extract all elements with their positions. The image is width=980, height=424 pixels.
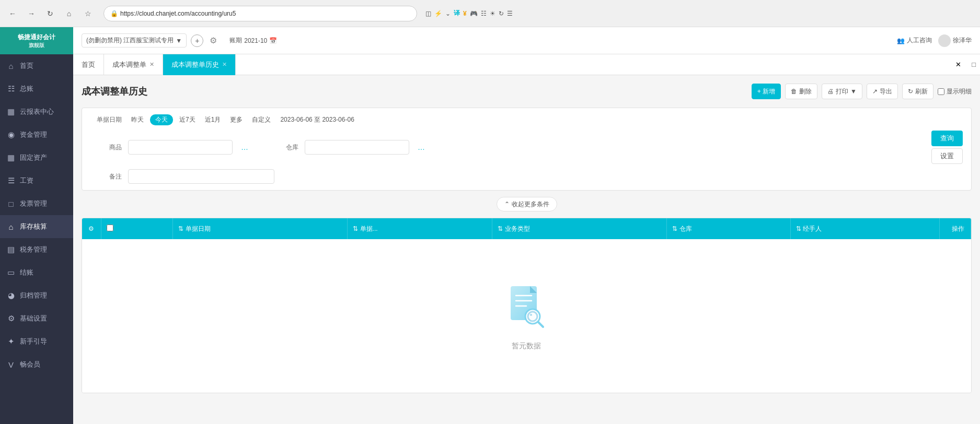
show-detail-checkbox-label[interactable]: 显示明细	[938, 87, 972, 96]
date-opt-7days[interactable]: 近7天	[176, 114, 199, 125]
bookmark-button[interactable]: ☆	[80, 6, 95, 21]
date-opt-more[interactable]: 更多	[227, 114, 246, 125]
warehouse-filter-label: 仓库	[267, 143, 298, 152]
tab-cost-adjust-history-close[interactable]: ✕	[222, 61, 227, 68]
sidebar-label-archive: 归档管理	[20, 291, 47, 300]
sidebar-item-funds[interactable]: ◉ 资金管理	[0, 123, 73, 146]
col-settings[interactable]: ⚙	[82, 218, 101, 239]
consult-icon: 👥	[897, 37, 905, 44]
sidebar-item-settings[interactable]: ⚙ 基础设置	[0, 307, 73, 330]
new-button[interactable]: + 新增	[752, 84, 781, 99]
address-bar[interactable]: 🔒 https://cloud.chanjet.com/accounting/u…	[103, 6, 417, 21]
browser-extensions: ◫ ⚡ ⌄ 译 ¥ 🎮 ☷ ☀ ↻ ☰	[425, 9, 513, 18]
remark-filter-input[interactable]	[128, 169, 274, 184]
query-button[interactable]: 查询	[931, 131, 963, 146]
consult-label: 人工咨询	[907, 36, 932, 45]
tab-cost-adjust[interactable]: 成本调整单 ✕	[104, 54, 163, 75]
sidebar-item-guide[interactable]: ✦ 新手引导	[0, 330, 73, 353]
sidebar-item-invoice[interactable]: □ 发票管理	[0, 192, 73, 215]
table-header-row: ⚙ ⇅ 单据日期 ⇅ 单据... ⇅	[82, 218, 971, 239]
delete-button[interactable]: 🗑 删除	[785, 84, 817, 99]
empty-row: 暂元数据	[82, 239, 971, 393]
filter-row-date: 单据日期 昨天 今天 近7天 近1月 更多 自定义 2023-06-06 至 2…	[90, 114, 963, 125]
col-number[interactable]: ⇅ 单据...	[348, 218, 492, 239]
export-icon: ↗	[872, 88, 878, 95]
col-biz-type[interactable]: ⇅ 业务类型	[492, 218, 667, 239]
date-opt-1month[interactable]: 近1月	[202, 114, 224, 125]
sidebar-item-home[interactable]: ⌂ 首页	[0, 54, 73, 77]
home-button[interactable]: ⌂	[62, 6, 76, 21]
tab-expand-icon[interactable]: □	[967, 61, 980, 68]
add-company-button[interactable]: +	[191, 34, 203, 47]
tab-home[interactable]: 首页	[73, 54, 104, 75]
goods-filter-input[interactable]	[128, 140, 233, 155]
settings-gear-icon[interactable]: ⚙	[210, 36, 217, 45]
col-checkbox[interactable]	[101, 218, 173, 239]
sidebar-label-ledger: 总账	[20, 84, 33, 93]
sidebar-item-ledger[interactable]: ☷ 总账	[0, 77, 73, 100]
user-profile-button[interactable]: 徐泽华	[938, 34, 972, 47]
date-opt-yesterday[interactable]: 昨天	[128, 114, 147, 125]
forward-button[interactable]: →	[24, 6, 39, 21]
export-button[interactable]: ↗ 导出	[867, 84, 898, 99]
remark-filter-label: 备注	[90, 172, 122, 181]
refresh-button[interactable]: ↻ 刷新	[902, 84, 933, 99]
warehouse-filter-input[interactable]	[305, 140, 409, 155]
warehouse-filter-dots[interactable]: …	[418, 143, 425, 151]
col-handler[interactable]: ⇅ 经手人	[790, 218, 939, 239]
date-range-display: 2023-06-06 至 2023-06-06	[280, 115, 354, 124]
tab-cost-adjust-close[interactable]: ✕	[149, 61, 154, 68]
invoice-icon: □	[6, 199, 16, 208]
consult-button[interactable]: 👥 人工咨询	[897, 36, 932, 45]
sidebar-item-reports[interactable]: ▦ 云报表中心	[0, 100, 73, 123]
sidebar-item-tax[interactable]: ▤ 税务管理	[0, 238, 73, 261]
logo-title: 畅捷通好会计	[18, 33, 55, 42]
tab-cost-adjust-history[interactable]: 成本调整单历史 ✕	[163, 54, 236, 75]
goods-filter-label: 商品	[90, 143, 122, 152]
date-opt-custom[interactable]: 自定义	[249, 114, 274, 125]
collapse-label: 收起更多条件	[512, 200, 549, 209]
refresh-button[interactable]: ↻	[43, 6, 57, 21]
date-filter-label: 单据日期	[90, 115, 122, 124]
collapse-button[interactable]: ⌃ 收起更多条件	[497, 197, 557, 211]
top-nav-left: (勿删勿禁用) 江西服宝测试专用 ▼ + ⚙ 账期 2021-10 📅	[82, 33, 897, 48]
sidebar-item-fixed-assets[interactable]: ▦ 固定资产	[0, 146, 73, 169]
sidebar-item-payroll[interactable]: ☰ 工资	[0, 169, 73, 192]
browser-bar: ← → ↻ ⌂ ☆ 🔒 https://cloud.chanjet.com/ac…	[0, 0, 980, 27]
col-date[interactable]: ⇅ 单据日期	[173, 218, 348, 239]
period-value: 2021-10	[244, 37, 267, 44]
guide-icon: ✦	[6, 337, 16, 346]
table-container: ⚙ ⇅ 单据日期 ⇅ 单据... ⇅	[82, 218, 972, 393]
sidebar-label-member: 畅会员	[20, 360, 40, 369]
sidebar-item-member[interactable]: V 畅会员	[0, 353, 73, 376]
goods-filter-dots[interactable]: …	[241, 143, 248, 151]
user-name: 徐泽华	[953, 36, 972, 45]
show-detail-checkbox[interactable]	[938, 88, 944, 95]
app-container: 畅捷通好会计 旗舰版 ⌂ 首页 ☷ 总账 ▦ 云报表中心 ◉ 资金管理 ▦	[0, 27, 980, 424]
col-ops: 操作	[940, 218, 971, 239]
empty-cell: 暂元数据	[82, 239, 971, 393]
url-text: https://cloud.chanjet.com/accounting/uru…	[120, 10, 236, 17]
date-opt-today[interactable]: 今天	[150, 114, 173, 125]
tax-icon: ▤	[6, 245, 16, 254]
tab-cost-adjust-history-label: 成本调整单历史	[171, 60, 219, 69]
tab-close-all[interactable]: ✕	[949, 61, 967, 68]
company-selector[interactable]: (勿删勿禁用) 江西服宝测试专用 ▼	[82, 33, 187, 48]
sidebar-label-close: 结账	[20, 268, 33, 277]
filter-setting-button[interactable]: 设置	[931, 148, 963, 164]
back-button[interactable]: ←	[5, 6, 20, 21]
print-button[interactable]: 🖨 打印 ▼	[822, 84, 862, 99]
sidebar-item-archive[interactable]: ◕ 归档管理	[0, 284, 73, 307]
col-warehouse[interactable]: ⇅ 仓库	[667, 218, 791, 239]
app-tabs: 首页 成本调整单 ✕ 成本调整单历史 ✕ ✕ □	[73, 54, 980, 75]
select-all-checkbox[interactable]	[107, 225, 113, 231]
sidebar-nav: ⌂ 首页 ☷ 总账 ▦ 云报表中心 ◉ 资金管理 ▦ 固定资产 ☰ 工资	[0, 54, 73, 424]
table-header: ⚙ ⇅ 单据日期 ⇅ 单据... ⇅	[82, 218, 971, 239]
calendar-icon[interactable]: 📅	[269, 37, 277, 44]
period-info: 账期 2021-10 📅	[229, 36, 277, 45]
reports-icon: ▦	[6, 107, 16, 116]
sidebar-item-inventory[interactable]: ⌂ 库存核算	[0, 215, 73, 238]
sidebar-item-close[interactable]: ▭ 结账	[0, 261, 73, 284]
svg-point-8	[530, 314, 532, 316]
app-logo: 畅捷通好会计 旗舰版	[0, 27, 73, 54]
